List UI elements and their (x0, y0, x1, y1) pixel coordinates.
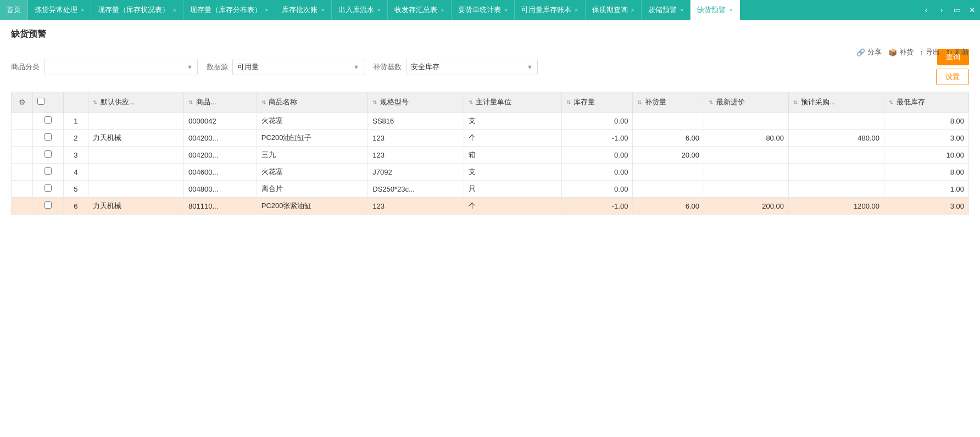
row-spec-3: J7092 (368, 164, 464, 181)
share-action[interactable]: 🔗 分享 (856, 47, 882, 57)
tab-close-inventory-status[interactable]: × (172, 7, 176, 13)
column-settings[interactable]: ⚙ (12, 92, 33, 113)
row-stock-1: -1.00 (561, 130, 633, 147)
row-select-0[interactable] (44, 116, 52, 124)
tab-inventory-status[interactable]: 现存量（库存状况表）× (91, 0, 183, 20)
row-checkbox-5[interactable] (33, 198, 64, 215)
datasource-value: 可用量 (237, 62, 259, 72)
row-est-purchase-2 (788, 147, 884, 164)
select-all-checkbox[interactable] (37, 98, 44, 105)
datasource-select[interactable]: 可用量 ▼ (232, 59, 364, 75)
row-replenish-qty-5: 6.00 (633, 198, 704, 215)
tab-close-inout-flow[interactable]: × (377, 7, 381, 13)
tab-next-btn[interactable]: › (934, 0, 949, 20)
tab-prev-btn[interactable]: ‹ (918, 0, 934, 20)
refresh-action[interactable]: ↻ 刷新 (946, 47, 969, 57)
tab-order-stats[interactable]: 要货单统计表× (452, 0, 515, 20)
column-min-stock[interactable]: ⇅ 最低库存 (884, 92, 969, 113)
gear-icon[interactable]: ⚙ (16, 96, 28, 108)
row-goods-name-1: PC200油缸缸子 (257, 130, 368, 147)
row-min-stock-0: 8.00 (884, 113, 969, 130)
row-spec-0: SS816 (368, 113, 464, 130)
export-icon: ↑ (920, 48, 924, 57)
settings-button[interactable]: 设置 (936, 69, 969, 85)
category-arrow-icon: ▼ (187, 64, 193, 70)
row-spec-2: 123 (368, 147, 464, 164)
column-latest-price[interactable]: ⇅ 最新进价 (704, 92, 789, 113)
tab-close-inventory-dist[interactable]: × (265, 7, 268, 13)
tab-home[interactable]: 首页 (0, 0, 28, 20)
row-select-2[interactable] (44, 150, 52, 158)
tab-close-expiry-query[interactable]: × (631, 7, 634, 13)
row-goods-code-3: 004600... (184, 164, 257, 181)
goods-name-sort-icon: ⇅ (261, 99, 266, 105)
row-supplier-2 (88, 147, 184, 164)
row-gear-0 (12, 113, 33, 130)
column-unit[interactable]: ⇅ 主计量单位 (464, 92, 561, 113)
tab-exception[interactable]: 拣货异常处理× (28, 0, 91, 20)
column-goods-name[interactable]: ⇅ 商品名称 (257, 92, 368, 113)
row-est-purchase-5: 1200.00 (788, 198, 884, 215)
row-goods-name-0: 火花塞 (257, 113, 368, 130)
row-stock-4: 0.00 (561, 181, 633, 198)
tab-receive-summary[interactable]: 收发存汇总表× (388, 0, 451, 20)
tab-available-ledger[interactable]: 可用量库存账本× (515, 0, 585, 20)
row-goods-code-5: 801110... (184, 198, 257, 215)
row-checkbox-0[interactable] (33, 113, 64, 130)
column-supplier[interactable]: ⇅ 默认供应... (88, 92, 184, 113)
tab-close-order-stats[interactable]: × (504, 7, 508, 13)
tab-restore-btn[interactable]: ▭ (949, 0, 965, 20)
row-supplier-5: 力天机械 (88, 198, 184, 215)
tab-close-all-btn[interactable]: ✕ (965, 0, 980, 20)
tab-expiry-query[interactable]: 保质期查询× (586, 0, 642, 20)
datasource-filter-group: 数据源 可用量 ▼ (207, 59, 364, 75)
row-select-5[interactable] (44, 201, 52, 209)
row-gear-4 (12, 181, 33, 198)
row-select-4[interactable] (44, 184, 52, 192)
row-num-3: 4 (63, 164, 88, 181)
row-checkbox-3[interactable] (33, 164, 64, 181)
row-checkbox-1[interactable] (33, 130, 64, 147)
tab-batch-account[interactable]: 库存批次账× (275, 0, 331, 20)
min-stock-sort-icon: ⇅ (889, 99, 893, 105)
row-select-3[interactable] (44, 167, 52, 175)
replenish-base-select[interactable]: 安全库存 ▼ (406, 59, 538, 75)
row-checkbox-2[interactable] (33, 147, 64, 164)
export-action[interactable]: ↑ 导出 (920, 47, 940, 57)
row-num-1: 2 (63, 130, 88, 147)
table-header-row: ⚙ ⇅ 默认供应... ⇅ 商品... ⇅ 商品名称 (12, 92, 969, 113)
column-est-purchase[interactable]: ⇅ 预计采购... (788, 92, 884, 113)
tab-close-shortage[interactable]: × (729, 7, 732, 13)
row-gear-1 (12, 130, 33, 147)
row-unit-2: 箱 (464, 147, 561, 164)
tab-close-exception[interactable]: × (81, 7, 84, 13)
category-select[interactable]: ▼ (44, 59, 198, 75)
latest-price-sort-icon: ⇅ (709, 99, 713, 105)
spec-sort-icon: ⇅ (372, 99, 377, 105)
tab-shortage[interactable]: 缺货预警× (691, 0, 739, 20)
tab-overstock[interactable]: 超储预警× (642, 0, 691, 20)
filter-row: 商品分类 ▼ 数据源 可用量 ▼ 补货基数 安全库存 ▼ 查询 设置 (11, 49, 969, 85)
row-goods-name-4: 离合片 (257, 181, 368, 198)
tab-inventory-dist[interactable]: 现存量（库存分布表）× (183, 0, 275, 20)
category-filter-group: 商品分类 ▼ (11, 59, 198, 75)
row-checkbox-4[interactable] (33, 181, 64, 198)
row-goods-name-5: PC200张紧油缸 (257, 198, 368, 215)
table-row: 4 004600... 火花塞 J7092 支 0.00 8.00 (12, 164, 969, 181)
column-spec[interactable]: ⇅ 规格型号 (368, 92, 464, 113)
column-stock[interactable]: ⇅ 库存量 (561, 92, 633, 113)
row-latest-price-3 (704, 164, 789, 181)
tab-close-batch-account[interactable]: × (321, 7, 324, 13)
tab-inout-flow[interactable]: 出入库流水× (332, 0, 388, 20)
tab-close-available-ledger[interactable]: × (575, 7, 578, 13)
row-latest-price-4 (704, 181, 789, 198)
row-select-1[interactable] (44, 133, 52, 141)
row-supplier-3 (88, 164, 184, 181)
tab-close-overstock[interactable]: × (680, 7, 683, 13)
column-replenish-qty[interactable]: ⇅ 补货量 (633, 92, 704, 113)
table-row: 1 0000042 火花塞 SS816 支 0.00 8.00 (12, 113, 969, 130)
column-num (63, 92, 88, 113)
column-goods-code[interactable]: ⇅ 商品... (184, 92, 257, 113)
replenish-action[interactable]: 📦 补货 (888, 47, 914, 57)
tab-close-receive-summary[interactable]: × (441, 7, 444, 13)
